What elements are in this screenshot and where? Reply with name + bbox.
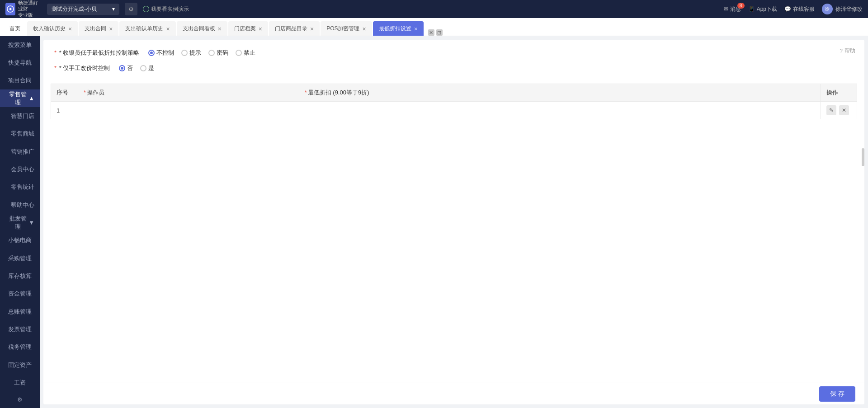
- tab-store-file[interactable]: 门店档案 ×: [228, 21, 268, 36]
- customer-service-button[interactable]: 💬 在线客服: [784, 5, 815, 13]
- manual-radio-no-label: 否: [127, 64, 133, 72]
- maximize-window-button[interactable]: ⊡: [436, 29, 443, 36]
- save-button[interactable]: 保 存: [819, 386, 855, 402]
- sidebar-item-invoice[interactable]: 发票管理: [0, 320, 40, 338]
- tab-store-file-label: 门店档案: [234, 25, 256, 33]
- strategy-radio-none-input[interactable]: [148, 50, 155, 56]
- tab-store-catalog[interactable]: 门店商品目录 ×: [269, 21, 320, 36]
- edit-icon[interactable]: ✎: [826, 105, 836, 115]
- scrollbar-handle[interactable]: [862, 148, 864, 166]
- sidebar-project-label: 项目合同: [8, 76, 32, 84]
- tab-min-discount-label: 最低折扣设置: [379, 25, 411, 33]
- message-badge: 8: [737, 3, 745, 9]
- sidebar: 搜索菜单 快捷导航 项目合同 零售管理 ▲ 智慧门店 零售商城 营销推广 会员中…: [0, 36, 40, 408]
- table-wrapper: 序号 *操作员 *最低折扣 (9.00等于9折) 操作 1: [43, 78, 864, 383]
- cell-index: 1: [51, 102, 78, 119]
- sidebar-settings-icon: ⚙: [17, 396, 23, 403]
- help-icon: ?: [840, 48, 843, 54]
- sidebar-item-assets[interactable]: 固定资产: [0, 356, 40, 374]
- manual-radio-yes-input[interactable]: [140, 65, 146, 71]
- tab-pos-security[interactable]: POS加密管理 ×: [321, 21, 372, 36]
- tab-min-discount-close[interactable]: ×: [414, 26, 418, 32]
- demo-circle-icon: [143, 6, 149, 12]
- sidebar-item-inventory[interactable]: 库存核算: [0, 267, 40, 285]
- manual-radio-yes[interactable]: 是: [140, 64, 154, 72]
- sidebar-item-finance[interactable]: 资金管理: [0, 285, 40, 303]
- sidebar-item-online-store[interactable]: 零售商城: [0, 125, 40, 143]
- manual-radio-no-input[interactable]: [119, 65, 125, 71]
- tab-pos-security-close[interactable]: ×: [362, 26, 366, 32]
- tab-contract-close[interactable]: ×: [109, 26, 113, 32]
- col-header-discount: *最低折扣 (9.00等于9折): [299, 84, 821, 102]
- logo-icon: [5, 3, 15, 15]
- settings-button[interactable]: ⚙: [125, 3, 137, 15]
- messages-button[interactable]: ✉ 消息 8: [724, 5, 741, 13]
- project-selector[interactable]: 测试分开完成-小贝 ▾: [47, 4, 119, 15]
- sidebar-item-smart-store[interactable]: 智慧门店: [0, 107, 40, 125]
- sidebar-settings-button[interactable]: ⚙: [0, 392, 40, 408]
- manual-radio-no[interactable]: 否: [119, 64, 133, 72]
- sidebar-item-ecommerce[interactable]: 小畅电商: [0, 232, 40, 249]
- tab-expense-history-close[interactable]: ×: [166, 26, 170, 32]
- strategy-radio-none[interactable]: 不控制: [148, 49, 174, 57]
- sidebar-online-store-label: 零售商城: [11, 130, 34, 138]
- delete-icon[interactable]: ✕: [839, 105, 849, 115]
- strategy-radio-password[interactable]: 密码: [208, 49, 228, 57]
- strategy-radio-password-input[interactable]: [208, 50, 215, 56]
- tab-home-label: 首页: [9, 25, 20, 33]
- strategy-radio-forbid[interactable]: 禁止: [236, 49, 255, 57]
- table-header-row: 序号 *操作员 *最低折扣 (9.00等于9折) 操作: [51, 84, 857, 102]
- sidebar-tax-label: 税务管理: [8, 343, 32, 351]
- strategy-radio-group: 不控制 提示 密码 禁止: [148, 49, 255, 57]
- tab-expense-history[interactable]: 支出确认单历史 ×: [119, 21, 175, 36]
- tab-contract[interactable]: 支出合同 ×: [79, 21, 118, 36]
- tab-store-catalog-close[interactable]: ×: [310, 26, 314, 32]
- sidebar-quicknav-label: 快捷导航: [8, 59, 32, 67]
- sidebar-item-retail[interactable]: 零售管理 ▲: [0, 89, 40, 107]
- sidebar-item-wholesale[interactable]: 批发管理 ▼: [0, 214, 40, 231]
- manual-radio-yes-label: 是: [148, 64, 154, 72]
- demo-link[interactable]: 我要看实例演示: [143, 5, 189, 13]
- sidebar-item-search[interactable]: 搜索菜单: [0, 36, 40, 54]
- logo-text: 畅捷通好业财 专业版: [18, 0, 42, 18]
- strategy-radio-forbid-input[interactable]: [236, 50, 242, 56]
- sidebar-item-tax[interactable]: 税务管理: [0, 338, 40, 356]
- project-name: 测试分开完成-小贝: [52, 5, 97, 13]
- tab-home[interactable]: 首页: [4, 21, 26, 36]
- table-row: 1 ✎ ✕: [51, 102, 857, 119]
- manual-label: * * 仅手工改价时控制: [54, 64, 110, 72]
- sidebar-item-project[interactable]: 项目合同: [0, 72, 40, 89]
- sidebar-item-marketing[interactable]: 营销推广: [0, 143, 40, 160]
- tab-contract-board-close[interactable]: ×: [218, 26, 222, 32]
- top-bar: 畅捷通好业财 专业版 测试分开完成-小贝 ▾ ⚙ 我要看实例演示 ✉ 消息 8 …: [0, 0, 868, 18]
- sidebar-invoice-label: 发票管理: [8, 325, 32, 333]
- tab-contract-board-label: 支出合同看板: [183, 25, 215, 33]
- sidebar-item-help-center[interactable]: 帮助中心: [0, 196, 40, 214]
- sidebar-wholesale-arrow-icon: ▼: [28, 219, 34, 226]
- help-label: 帮助: [844, 47, 855, 55]
- app-download-button[interactable]: 📱 App下载: [748, 5, 777, 13]
- sidebar-item-salary[interactable]: 工资: [0, 374, 40, 391]
- sidebar-item-quicknav[interactable]: 快捷导航: [0, 54, 40, 71]
- close-window-button[interactable]: ✕: [428, 29, 434, 36]
- sidebar-item-ledger[interactable]: 总账管理: [0, 303, 40, 320]
- sidebar-retail-stat-label: 零售统计: [11, 183, 34, 191]
- tab-income-history[interactable]: 收入确认历史 ×: [27, 21, 78, 36]
- strategy-radio-hint-input[interactable]: [181, 50, 188, 56]
- tab-income-history-close[interactable]: ×: [68, 26, 72, 32]
- sidebar-item-purchase[interactable]: 采购管理: [0, 249, 40, 267]
- strategy-radio-hint[interactable]: 提示: [181, 49, 201, 57]
- sidebar-item-member[interactable]: 会员中心: [0, 160, 40, 178]
- user-area[interactable]: 徐 徐泽华修改: [822, 4, 863, 14]
- data-table: 序号 *操作员 *最低折扣 (9.00等于9折) 操作 1: [51, 84, 857, 119]
- sidebar-item-retail-stat[interactable]: 零售统计: [0, 178, 40, 196]
- tab-store-file-close[interactable]: ×: [259, 26, 262, 32]
- settings-icon: ⚙: [128, 6, 134, 13]
- manual-required-star: *: [54, 65, 57, 71]
- tab-contract-board[interactable]: 支出合同看板 ×: [177, 21, 227, 36]
- help-button[interactable]: ? 帮助: [840, 47, 855, 55]
- tab-min-discount[interactable]: 最低折扣设置 ×: [373, 21, 424, 36]
- tab-store-catalog-label: 门店商品目录: [275, 25, 307, 33]
- bottom-bar: 保 存: [43, 383, 864, 404]
- strategy-row: * * 收银员低于最低折扣控制策略 不控制 提示: [54, 49, 854, 57]
